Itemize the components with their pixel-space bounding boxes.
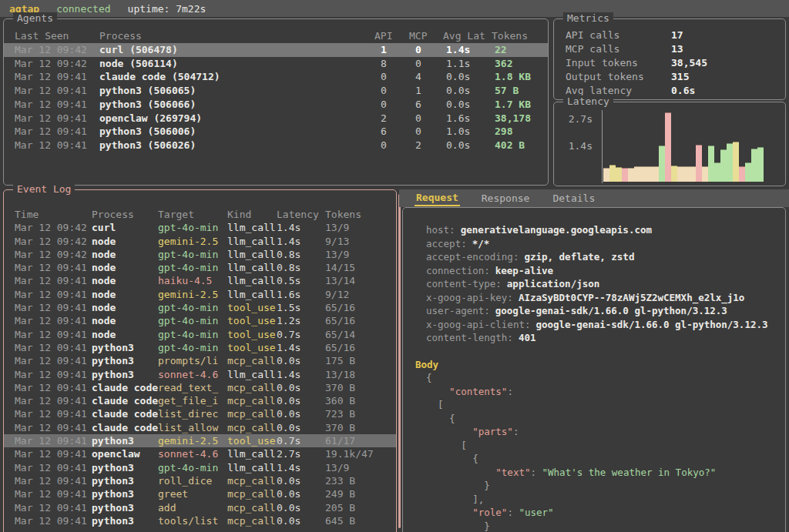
metric-row: MCP calls 13 — [554, 42, 785, 56]
agents-table-body: Mar 12 09:42 curl (506478) 1 0 1.4s 22 M… — [4, 43, 548, 152]
header-value: generativelanguage.googleapis.com — [461, 224, 652, 236]
agent-api-calls: 0 — [374, 84, 409, 98]
event-process: node — [92, 274, 158, 287]
agent-api-calls: 6 — [374, 125, 409, 139]
event-row[interactable]: Mar 12 09:42 curl gpt-4o-min llm_call 1.… — [4, 221, 396, 234]
latency-chart-bar — [603, 168, 609, 182]
event-kind: mcp_call — [227, 421, 277, 434]
event-time: Mar 12 09:41 — [15, 274, 92, 287]
event-time: Mar 12 09:41 — [15, 328, 92, 341]
event-latency: 0.5s — [277, 274, 325, 287]
event-latency: 0.0s — [277, 407, 325, 420]
event-process: node — [92, 314, 158, 327]
header-value: AIzaSyBDt0CYP--78zAWj5Z2wCEMXh_e2lx_j1o — [519, 292, 745, 303]
agents-header-row: Last SeenProcessAPIMCPAvg LatTokens — [4, 29, 548, 43]
event-row[interactable]: Mar 12 09:41 python3 gpt-4o-min llm_call… — [4, 461, 396, 474]
agent-row[interactable]: Mar 12 09:42 node (506114) 8 0 1.1s 362 — [4, 57, 548, 71]
event-kind: llm_call — [227, 274, 277, 287]
agent-process: python3 (506066) — [99, 98, 374, 112]
event-row[interactable]: Mar 12 09:41 python3 add mcp_call 0.0s 2… — [4, 501, 396, 514]
metric-row: Output tokens 315 — [554, 70, 785, 84]
agent-mcp-calls: 1 — [409, 84, 443, 98]
event-time: Mar 12 09:41 — [15, 447, 92, 460]
agents-column-header: MCP — [409, 29, 443, 43]
event-row[interactable]: Mar 12 09:41 node haiku-4.5 llm_call 0.5… — [4, 274, 396, 287]
json-indent — [426, 399, 438, 410]
event-row[interactable]: Mar 12 09:41 node gpt-4o-min tool_use 0.… — [4, 328, 396, 341]
agent-row[interactable]: Mar 12 09:41 python3 (506026) 0 2 0.0s 4… — [4, 139, 548, 152]
detail-tab-bar: Request Response Details — [399, 189, 789, 207]
event-row[interactable]: Mar 12 09:41 python3 greet mcp_call 0.0s… — [4, 487, 396, 500]
detail-tab[interactable]: Details — [551, 192, 596, 206]
agent-tokens: 57 B — [492, 84, 548, 98]
event-row[interactable]: Mar 12 09:41 node gpt-4o-min tool_use 1.… — [4, 301, 396, 314]
event-kind: tool_use — [227, 314, 277, 327]
event-row[interactable]: Mar 12 09:42 node gemini-2.5 llm_call 1.… — [4, 235, 396, 248]
json-indent — [426, 480, 484, 491]
event-time: Mar 12 09:41 — [15, 288, 92, 301]
json-colon: : — [530, 467, 542, 478]
event-target: gpt-4o-min — [158, 328, 227, 341]
detail-tab[interactable]: Request — [415, 191, 460, 206]
event-row[interactable]: Mar 12 09:41 claude code list_allow mcp_… — [4, 421, 396, 434]
event-row[interactable]: Mar 12 09:41 python3 sonnet-4.6 llm_call… — [4, 368, 396, 381]
event-row[interactable]: Mar 12 09:41 python3 gpt-4o-min tool_use… — [4, 341, 396, 354]
event-kind: llm_call — [227, 461, 277, 474]
agent-process: python3 (506026) — [99, 139, 374, 152]
agent-process: curl (506478) — [99, 43, 374, 57]
request-body-json: { "contents": [ { "parts": [ { "text": "… — [415, 371, 777, 532]
header-key: x-goog-api-key: — [426, 292, 513, 303]
event-target: tools/list — [158, 514, 227, 527]
agent-row[interactable]: Mar 12 09:42 curl (506478) 1 0 1.4s 22 — [4, 43, 548, 57]
event-row[interactable]: Mar 12 09:41 python3 gemini-2.5 tool_use… — [4, 434, 396, 447]
event-tokens: 13/9 — [325, 221, 396, 234]
event-row[interactable]: Mar 12 09:42 node gpt-4o-min llm_call 0.… — [4, 248, 396, 261]
agent-row[interactable]: Mar 12 09:41 python3 (506065) 0 1 0.0s 5… — [4, 84, 548, 98]
metric-value: 13 — [671, 42, 683, 56]
y-axis-tick-max: 2.7s — [554, 113, 593, 125]
event-kind: mcp_call — [227, 514, 277, 527]
latency-chart-bar — [628, 168, 634, 182]
event-row[interactable]: Mar 12 09:41 claude code get_file_i mcp_… — [4, 394, 396, 407]
event-row[interactable]: Mar 12 09:41 python3 tools/list mcp_call… — [4, 514, 396, 527]
event-row[interactable]: Mar 12 09:41 python3 prompts/li mcp_call… — [4, 354, 396, 367]
agent-row[interactable]: Mar 12 09:41 claude code (504712) 0 4 0.… — [4, 70, 548, 84]
event-row[interactable]: Mar 12 09:41 claude code list_direc mcp_… — [4, 407, 396, 420]
event-target: add — [158, 501, 227, 514]
latency-chart-bar — [720, 149, 727, 182]
event-latency: 1.4s — [277, 235, 325, 248]
agent-row[interactable]: Mar 12 09:41 python3 (506066) 0 6 0.0s 1… — [4, 98, 548, 112]
event-row[interactable]: Mar 12 09:41 openclaw sonnet-4.6 llm_cal… — [4, 447, 396, 460]
latency-chart-bar — [739, 166, 745, 182]
top-status-bar: agtap connected uptime: 7m22s — [0, 0, 789, 17]
event-row[interactable]: Mar 12 09:41 node gemini-2.5 llm_call 1.… — [4, 288, 396, 301]
event-row[interactable]: Mar 12 09:41 node gpt-4o-min tool_use 1.… — [4, 314, 396, 327]
event-tokens: 175 B — [325, 354, 396, 367]
event-tokens: 723 B — [325, 407, 396, 420]
agent-avg-latency: 0.0s — [443, 70, 492, 84]
event-tokens: 9/13 — [325, 235, 396, 248]
json-indent — [426, 440, 461, 451]
event-row[interactable]: Mar 12 09:41 node gpt-4o-min llm_call 0.… — [4, 261, 396, 274]
agent-process: node (506114) — [99, 57, 374, 71]
event-row[interactable]: Mar 12 09:41 python3 roll_dice mcp_call … — [4, 474, 396, 487]
event-process: python3 — [92, 341, 158, 354]
agent-mcp-calls: 0 — [409, 57, 443, 71]
request-header-line: x-goog-api-key:AIzaSyBDt0CYP--78zAWj5Z2w… — [415, 291, 777, 305]
event-latency: 0.0s — [277, 421, 325, 434]
json-line: "parts": — [415, 425, 777, 439]
json-key: "text" — [495, 467, 530, 478]
agents-column-header: API — [374, 29, 409, 43]
event-log-scrollbar[interactable] — [398, 194, 401, 528]
agent-row[interactable]: Mar 12 09:41 openclaw (269794) 2 0 1.6s … — [4, 112, 548, 125]
header-value: application/json — [507, 278, 599, 289]
agent-row[interactable]: Mar 12 09:41 python3 (506006) 6 0 1.0s 2… — [4, 125, 548, 139]
latency-chart-bar — [702, 166, 708, 182]
latency-chart-bar — [634, 166, 640, 182]
event-row[interactable]: Mar 12 09:41 claude code read_text_ mcp_… — [4, 381, 396, 394]
event-target: read_text_ — [158, 381, 227, 394]
agent-last-seen: Mar 12 09:41 — [15, 70, 99, 84]
detail-tab[interactable]: Response — [480, 192, 532, 206]
header-key: accept-encoding: — [426, 251, 519, 263]
latency-chart-bar — [671, 166, 677, 182]
